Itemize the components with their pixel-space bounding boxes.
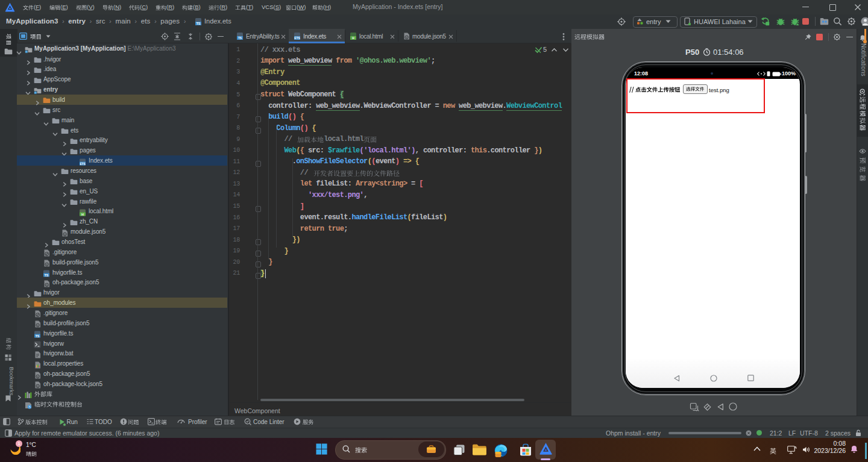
svg-text:TS: TS [36, 334, 40, 338]
svg-text:TS: TS [45, 273, 49, 277]
svg-text:TS: TS [238, 37, 242, 40]
svg-text:TS: TS [196, 22, 200, 25]
svg-text:ETS: ETS [80, 162, 86, 165]
svg-text:H: H [81, 212, 84, 216]
svg-text:ETS: ETS [294, 37, 300, 40]
svg-text:H: H [352, 37, 354, 40]
